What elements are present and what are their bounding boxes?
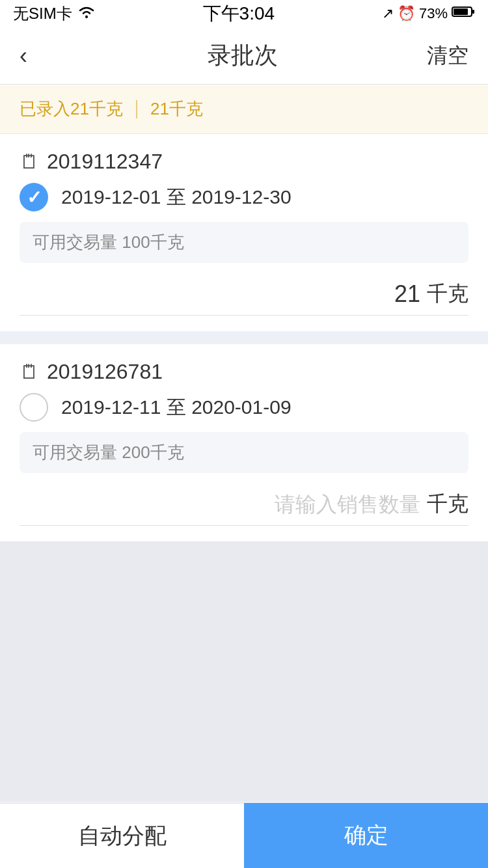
battery-icon <box>452 5 475 22</box>
clear-button[interactable]: 清空 <box>427 42 468 70</box>
bottom-bar: 自动分配 确定 <box>0 803 488 868</box>
battery-text: 73% <box>419 5 448 22</box>
location-icon: ↗ <box>382 5 394 22</box>
batch-avail-1: 可用交易量 100千克 <box>20 222 468 263</box>
section-divider <box>0 331 488 344</box>
batch-row-2: 2019-12-11 至 2020-01-09 <box>20 393 468 422</box>
batch-item-2: 🗒 2019126781 2019-12-11 至 2020-01-09 可用交… <box>0 344 488 541</box>
radio-unchecked-2[interactable] <box>20 393 48 422</box>
confirm-button[interactable]: 确定 <box>244 803 488 868</box>
info-bar: 已录入21千克 21千克 <box>0 85 488 134</box>
info-value: 21千克 <box>150 98 203 120</box>
avail-val-1: 100千克 <box>122 232 183 252</box>
batch-doc-icon-2: 🗒 <box>20 361 39 383</box>
status-bar: 无SIM卡 下午3:04 ↗ ⏰ 73% <box>0 0 488 27</box>
batch-header-1: 🗒 2019112347 <box>20 150 468 174</box>
nav-bar: ‹ 录批次 清空 <box>0 27 488 85</box>
avail-label-2: 可用交易量 <box>33 442 117 462</box>
status-time: 下午3:04 <box>203 1 275 26</box>
info-divider <box>136 100 137 118</box>
batch-header-2: 🗒 2019126781 <box>20 360 468 384</box>
recorded-text: 已录入21千克 <box>20 98 123 120</box>
quantity-input-2[interactable] <box>20 493 420 517</box>
svg-rect-3 <box>472 10 474 14</box>
batch-amount-1: 21 <box>394 280 420 308</box>
avail-val-2: 200千克 <box>122 442 183 462</box>
wifi-icon <box>77 5 96 23</box>
alarm-icon: ⏰ <box>398 5 415 22</box>
batch-date-1: 2019-12-01 至 2019-12-30 <box>61 184 291 211</box>
batch-unit-2: 千克 <box>427 490 468 519</box>
batch-unit-1: 千克 <box>427 280 468 308</box>
status-left: 无SIM卡 <box>13 3 96 24</box>
batch-amount-row-1: 21 千克 <box>20 273 468 316</box>
gray-area <box>0 541 488 802</box>
page-title: 录批次 <box>208 40 278 72</box>
sim-text: 无SIM卡 <box>13 3 72 24</box>
batch-id-1: 2019112347 <box>47 150 163 174</box>
batch-doc-icon-1: 🗒 <box>20 151 39 173</box>
batch-id-2: 2019126781 <box>47 360 163 384</box>
svg-point-0 <box>85 16 88 18</box>
batch-date-2: 2019-12-11 至 2020-01-09 <box>61 394 291 421</box>
auto-distribute-button[interactable]: 自动分配 <box>0 803 244 868</box>
status-right: ↗ ⏰ 73% <box>382 5 475 22</box>
radio-checked-1[interactable] <box>20 183 48 211</box>
svg-rect-2 <box>454 8 468 15</box>
batch-avail-2: 可用交易量 200千克 <box>20 432 468 473</box>
back-button[interactable]: ‹ <box>20 42 59 70</box>
batch-item-1: 🗒 2019112347 2019-12-01 至 2019-12-30 可用交… <box>0 134 488 331</box>
batch-input-row-2: 千克 <box>20 483 468 526</box>
batch-row-1: 2019-12-01 至 2019-12-30 <box>20 183 468 211</box>
avail-label-1: 可用交易量 <box>33 232 117 252</box>
